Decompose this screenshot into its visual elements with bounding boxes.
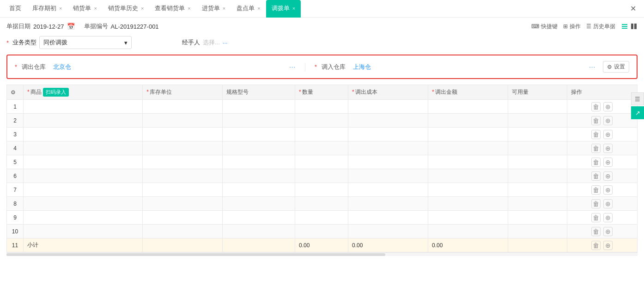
delete-row-button[interactable]: 🗑 xyxy=(591,227,601,236)
cell-amount[interactable] xyxy=(428,114,508,128)
copy-row-button[interactable]: ⊕ xyxy=(603,227,613,236)
cell-amount[interactable] xyxy=(428,183,508,197)
cell-unit[interactable] xyxy=(143,114,223,128)
th-settings[interactable]: ⚙ xyxy=(7,85,24,100)
cell-amount[interactable] xyxy=(428,197,508,211)
cell-spec[interactable] xyxy=(223,225,295,238)
person-more-button[interactable]: ··· xyxy=(223,39,228,46)
tab-sales-history[interactable]: 销货单历史 × xyxy=(103,0,149,18)
cell-spec[interactable] xyxy=(223,128,295,141)
cell-amount[interactable] xyxy=(428,225,508,238)
tab-close-view-sales[interactable]: × xyxy=(188,6,190,11)
cell-available[interactable] xyxy=(508,100,567,114)
cell-product[interactable] xyxy=(24,197,143,211)
cell-spec[interactable] xyxy=(223,211,295,225)
cell-product[interactable] xyxy=(24,155,143,169)
cell-product[interactable] xyxy=(24,128,143,141)
delete-row-button[interactable]: 🗑 xyxy=(591,213,601,222)
tab-view-sales[interactable]: 查看销货单 × xyxy=(149,0,196,18)
cell-unit[interactable] xyxy=(143,183,223,197)
tab-close-stocktake[interactable]: × xyxy=(257,6,260,11)
cell-cost[interactable] xyxy=(348,183,428,197)
cell-cost[interactable] xyxy=(348,128,428,141)
copy-row-button[interactable]: ⊕ xyxy=(603,102,613,111)
tab-sales-order[interactable]: 销货单 × xyxy=(67,0,102,18)
copy-row-button[interactable]: ⊕ xyxy=(603,116,613,125)
cell-quantity[interactable] xyxy=(295,155,348,169)
copy-row-button[interactable]: ⊕ xyxy=(603,213,613,222)
cell-quantity[interactable] xyxy=(295,183,348,197)
cell-amount[interactable] xyxy=(428,128,508,141)
cell-quantity[interactable] xyxy=(295,100,348,114)
cell-unit[interactable] xyxy=(143,211,223,225)
warehouse-in-value[interactable]: 上海仓 xyxy=(353,63,371,71)
warehouse-in-more-button[interactable]: ··· xyxy=(589,63,595,70)
tab-close-purchase[interactable]: × xyxy=(223,6,225,11)
cell-quantity[interactable] xyxy=(295,128,348,141)
cell-amount[interactable] xyxy=(428,211,508,225)
cell-amount[interactable] xyxy=(428,155,508,169)
cell-available[interactable] xyxy=(508,183,567,197)
cell-cost[interactable] xyxy=(348,141,428,155)
cell-available[interactable] xyxy=(508,128,567,141)
copy-row-button[interactable]: ⊕ xyxy=(603,199,613,208)
cell-unit[interactable] xyxy=(143,169,223,183)
cell-cost[interactable] xyxy=(348,197,428,211)
cell-spec[interactable] xyxy=(223,114,295,128)
cell-spec[interactable] xyxy=(223,197,295,211)
cell-unit[interactable] xyxy=(143,155,223,169)
warehouse-out-value[interactable]: 北京仓 xyxy=(53,63,71,71)
cell-cost[interactable] xyxy=(348,225,428,238)
cell-cost[interactable] xyxy=(348,211,428,225)
cell-available[interactable] xyxy=(508,197,567,211)
operations-button[interactable]: ⊞ 操作 xyxy=(563,23,581,31)
cell-quantity[interactable] xyxy=(295,197,348,211)
list-view-button[interactable] xyxy=(621,23,628,30)
tab-purchase[interactable]: 进货单 × xyxy=(196,0,231,18)
settings-button[interactable]: ⚙ 设置 xyxy=(603,61,629,73)
cell-available[interactable] xyxy=(508,114,567,128)
cell-product[interactable] xyxy=(24,100,143,114)
tab-close-inventory-init[interactable]: × xyxy=(59,6,62,11)
cell-product[interactable] xyxy=(24,211,143,225)
scan-button[interactable]: 扫码录入 xyxy=(43,88,69,97)
cell-spec[interactable] xyxy=(223,169,295,183)
cell-available[interactable] xyxy=(508,211,567,225)
cell-cost[interactable] xyxy=(348,169,428,183)
tab-close-transfer[interactable]: × xyxy=(292,6,295,11)
warehouse-out-more-button[interactable]: ··· xyxy=(289,63,296,70)
cell-unit[interactable] xyxy=(143,197,223,211)
horizontal-scrollbar[interactable] xyxy=(6,252,638,256)
cell-available[interactable] xyxy=(508,225,567,238)
copy-row-button[interactable]: ⊕ xyxy=(603,171,613,181)
cell-unit[interactable] xyxy=(143,225,223,238)
cell-spec[interactable] xyxy=(223,141,295,155)
cell-quantity[interactable] xyxy=(295,114,348,128)
table-gear-icon[interactable]: ⚙ xyxy=(11,89,16,96)
cell-unit[interactable] xyxy=(143,128,223,141)
cell-quantity[interactable] xyxy=(295,225,348,238)
person-input[interactable]: 选择... xyxy=(203,38,220,47)
panel-list-icon[interactable]: ☰ xyxy=(631,92,644,105)
cell-amount[interactable] xyxy=(428,100,508,114)
cell-product[interactable] xyxy=(24,225,143,238)
cell-product[interactable] xyxy=(24,114,143,128)
cell-product[interactable] xyxy=(24,183,143,197)
delete-row-button[interactable]: 🗑 xyxy=(591,102,601,111)
shortcuts-button[interactable]: ⌨ 快捷键 xyxy=(531,23,558,31)
cell-unit[interactable] xyxy=(143,100,223,114)
tab-stocktake[interactable]: 盘点单 × xyxy=(231,0,266,18)
copy-row-button[interactable]: ⊕ xyxy=(603,158,613,167)
split-view-button[interactable] xyxy=(630,23,638,30)
cell-cost[interactable] xyxy=(348,155,428,169)
tab-home[interactable]: 首页 xyxy=(4,0,27,18)
cell-available[interactable] xyxy=(508,155,567,169)
copy-row-button[interactable]: ⊕ xyxy=(603,144,613,153)
cell-available[interactable] xyxy=(508,169,567,183)
tab-close-sales-order[interactable]: × xyxy=(94,6,97,11)
cell-product[interactable] xyxy=(24,169,143,183)
copy-row-button[interactable]: ⊕ xyxy=(603,130,613,139)
cell-amount[interactable] xyxy=(428,141,508,155)
cell-quantity[interactable] xyxy=(295,169,348,183)
cell-quantity[interactable] xyxy=(295,211,348,225)
